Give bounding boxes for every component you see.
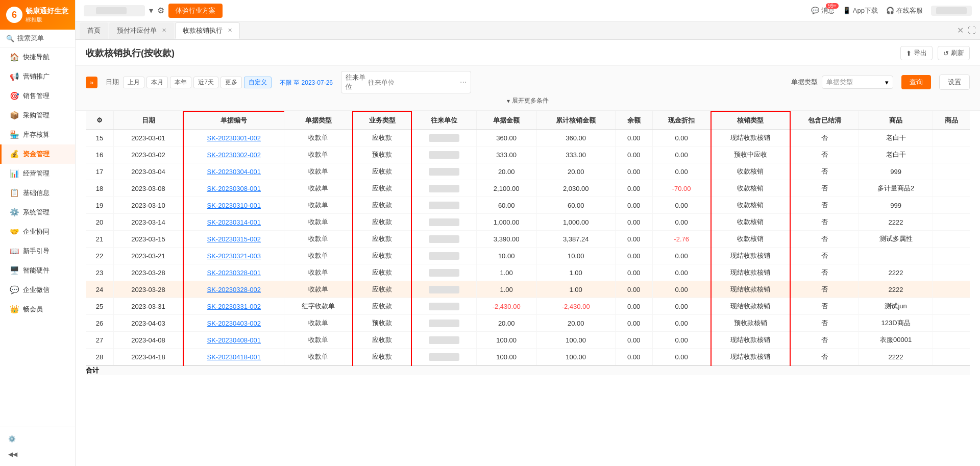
col-header-amount[interactable]: 单据金额 — [476, 111, 536, 130]
filter-date-range: 不限 至 2023-07-26 — [280, 79, 333, 87]
cell-include-settled: 否 — [790, 349, 859, 366]
col-header-partner[interactable]: 往来单位 — [411, 111, 476, 130]
sidebar-item-inventory[interactable]: 🏪 库存核算 — [0, 125, 75, 144]
topbar-online-service[interactable]: 🎧 在线客服 — [886, 6, 923, 15]
cell-doc-no[interactable]: SK-20230304-001 — [183, 163, 284, 180]
tab-close-all-icon[interactable]: ✕ — [957, 26, 964, 35]
filter-partner-input[interactable] — [368, 79, 460, 86]
filter-last-month-btn[interactable]: 上月 — [123, 77, 144, 88]
cell-row-num: 20 — [86, 214, 113, 231]
query-button[interactable]: 查询 — [901, 75, 931, 89]
cell-doc-no[interactable]: SK-20230418-001 — [183, 349, 284, 366]
cell-doc-no[interactable]: SK-20230328-002 — [183, 281, 284, 298]
cell-include-settled: 否 — [790, 180, 859, 197]
tab-collection[interactable]: 收款核销执行 ✕ — [175, 22, 240, 39]
table-row: 222023-03-21SK-20230321-003收款单应收款 10.001… — [86, 248, 970, 264]
user-name-text — [936, 7, 967, 14]
cell-doc-no[interactable]: SK-20230308-001 — [183, 180, 284, 197]
cell-partner — [411, 281, 476, 298]
col-header-include-settled[interactable]: 包含已结清 — [790, 111, 859, 130]
cell-goods2 — [933, 214, 970, 231]
cell-doc-no[interactable]: SK-20230321-003 — [183, 248, 284, 264]
cell-cancel-type: 现结收款核销 — [711, 281, 791, 298]
sidebar-item-hardware[interactable]: 🖥️ 智能硬件 — [0, 261, 75, 280]
filter-more-date-btn[interactable]: 更多 — [220, 77, 242, 88]
col-header-cum-amount[interactable]: 累计核销金额 — [536, 111, 615, 130]
sidebar-search[interactable]: 🔍 搜索菜单 — [0, 30, 75, 47]
topbar-app-download[interactable]: 📱 App下载 — [843, 6, 878, 15]
tab-expand-icon[interactable]: ⛶ — [968, 26, 976, 35]
sidebar-item-marketing[interactable]: 📢 营销推广 — [0, 67, 75, 86]
cell-biz-type: 应收款 — [353, 130, 411, 146]
filter-setting-button[interactable]: 设置 — [939, 75, 970, 90]
cell-doc-type: 收款单 — [284, 315, 353, 332]
sidebar-item-operation[interactable]: 📊 经营管理 — [0, 164, 75, 183]
cell-date: 2023-03-31 — [113, 298, 183, 315]
cell-doc-no[interactable]: SK-20230331-002 — [183, 298, 284, 315]
filter-date-buttons: 上月 本月 本年 近7天 更多 自定义 — [123, 77, 272, 88]
cell-doc-no[interactable]: SK-20230315-002 — [183, 231, 284, 248]
expand-filter-button[interactable]: ▾ 展开更多条件 — [507, 96, 549, 105]
col-header-balance[interactable]: 余额 — [615, 111, 652, 130]
topbar-user[interactable] — [931, 6, 972, 16]
sidebar-item-member[interactable]: 👑 畅会员 — [0, 300, 75, 319]
sidebar-item-system[interactable]: ⚙️ 系统管理 — [0, 203, 75, 222]
col-header-discount[interactable]: 现金折扣 — [652, 111, 710, 130]
filter-dots-icon[interactable]: ··· — [460, 78, 467, 87]
filter-toggle-button[interactable]: » — [86, 77, 97, 88]
sidebar-item-sales[interactable]: 🎯 销售管理 — [0, 86, 75, 106]
cell-discount: 0.00 — [652, 315, 710, 332]
table-row: 262023-04-03SK-20230403-002收款单预收款 20.002… — [86, 315, 970, 332]
tab-home[interactable]: 首页 — [80, 22, 108, 39]
cell-doc-no[interactable]: SK-20230328-001 — [183, 264, 284, 281]
cell-doc-no[interactable]: SK-20230403-002 — [183, 315, 284, 332]
cell-discount: 0.00 — [652, 298, 710, 315]
col-header-biz-type[interactable]: 业务类型 — [353, 111, 411, 130]
filter-custom-date-btn[interactable]: 自定义 — [244, 77, 272, 88]
cell-doc-type: 收款单 — [284, 264, 353, 281]
sidebar-item-finance[interactable]: 💰 资金管理 — [0, 144, 75, 164]
tab-collection-close[interactable]: ✕ — [228, 27, 232, 34]
sidebar-item-corp[interactable]: 🤝 企业协同 — [0, 222, 75, 241]
settings-gear-icon[interactable]: ⚙ — [157, 6, 164, 15]
col-header-doc-no[interactable]: 单据编号 — [183, 111, 284, 130]
cell-doc-no[interactable]: SK-20230314-001 — [183, 214, 284, 231]
filter-this-year-btn[interactable]: 本年 — [170, 77, 191, 88]
tab-prepay[interactable]: 预付冲应付单 ✕ — [109, 22, 174, 39]
table-row: 212023-03-15SK-20230315-002收款单应收款 3,390.… — [86, 231, 970, 248]
industry-solution-button[interactable]: 体验行业方案 — [168, 4, 223, 18]
table-area: ⚙ 日期 单据编号 单据类型 业务类型 往来单位 单据金额 累计核销金额 余额 … — [76, 111, 980, 466]
message-icon: 💬 — [811, 7, 819, 14]
cell-cum-amount: 100.00 — [536, 349, 615, 366]
tab-prepay-close[interactable]: ✕ — [162, 27, 166, 34]
topbar-messages[interactable]: 💬 消息 99+ — [811, 6, 835, 15]
filter-this-month-btn[interactable]: 本月 — [146, 77, 168, 88]
cell-doc-no[interactable]: SK-20230408-001 — [183, 332, 284, 349]
cell-goods: 多计量商品2 — [859, 180, 933, 197]
col-header-doc-type[interactable]: 单据类型 — [284, 111, 353, 130]
cell-include-settled: 否 — [790, 231, 859, 248]
cell-doc-no[interactable]: SK-20230301-002 — [183, 130, 284, 146]
sidebar-settings[interactable]: ⚙️ — [0, 431, 75, 447]
sidebar-item-quicknav[interactable]: 🏠 快捷导航 — [0, 47, 75, 67]
filter-doctype-select[interactable]: 单据类型 ▾ — [822, 76, 893, 89]
col-header-date[interactable]: 日期 — [113, 111, 183, 130]
col-header-goods[interactable]: 商品 — [859, 111, 933, 130]
sidebar-item-basic[interactable]: 📋 基础信息 — [0, 183, 75, 203]
topbar-gear-icon[interactable]: ▾ — [149, 6, 153, 15]
cell-balance: 0.00 — [615, 163, 652, 180]
col-header-goods2[interactable]: 商品 — [933, 111, 970, 130]
cell-doc-no[interactable]: SK-20230310-001 — [183, 197, 284, 214]
sidebar-item-wechat[interactable]: 💬 企业微信 — [0, 280, 75, 300]
filter-partner-group: 往来单位 ··· — [341, 71, 471, 93]
export-button[interactable]: ⬆ 导出 — [900, 46, 933, 60]
col-header-gear[interactable]: ⚙ — [86, 111, 113, 130]
col-header-cancel-type[interactable]: 核销类型 — [711, 111, 791, 130]
sidebar-nav: 🏠 快捷导航 📢 营销推广 🎯 销售管理 📦 采购管理 🏪 库存核算 💰 资金管… — [0, 47, 75, 427]
filter-7days-btn[interactable]: 近7天 — [193, 77, 218, 88]
cell-doc-no[interactable]: SK-20230302-002 — [183, 146, 284, 163]
sidebar-item-guide[interactable]: 📖 新手引导 — [0, 241, 75, 261]
sidebar-collapse[interactable]: ◀◀ — [0, 447, 75, 462]
refresh-button[interactable]: ↺ 刷新 — [938, 46, 970, 60]
sidebar-item-purchase[interactable]: 📦 采购管理 — [0, 106, 75, 125]
